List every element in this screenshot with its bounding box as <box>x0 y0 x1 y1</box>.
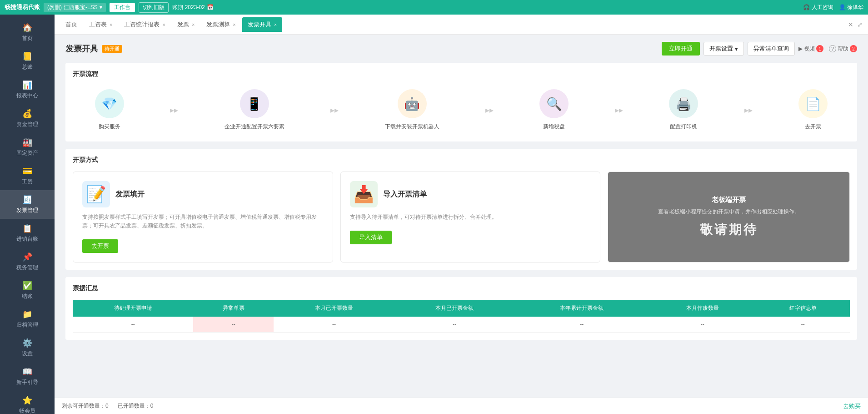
funds-icon: 💰 <box>22 109 32 119</box>
period-value: 2023-02 <box>185 4 205 10</box>
sidebar-item-invoice[interactable]: 🧾 发票管理 <box>0 190 55 219</box>
summary-section: 票据汇总 待处理开票申请 异常单票 本月已开票数量 本月已开票金额 本年累计开票… <box>65 277 857 340</box>
summary-section-title: 票据汇总 <box>73 284 850 293</box>
method-section: 开票方式 📝 发票填开 支持按照发票样式手工填写开发票；可开具增值税电子普通发票… <box>65 149 857 270</box>
sidebar-item-purchase[interactable]: 📋 进销台账 <box>0 219 55 247</box>
tax-icon: 📌 <box>22 252 32 262</box>
page-content: 发票开具 待开通 立即开通 开票设置 ▾ 异常清单查询 ▶ 视频 1 <box>55 35 868 398</box>
sidebar-item-funds[interactable]: 💰 资金管理 <box>0 104 55 133</box>
flow-step-add-tax[interactable]: 🔍 新增税盘 <box>539 89 569 131</box>
old-client-overlay: 老板端开票 查看老板端小程序提交的开票申请，并作出相应处理操作。 敬请期待 <box>608 172 849 262</box>
payroll-icon: 💳 <box>22 166 32 176</box>
sidebar-item-newbie[interactable]: 📖 新手引导 <box>0 362 55 391</box>
opened-text: 已开通数量：0 <box>118 402 154 410</box>
sidebar-label-home: 首页 <box>22 35 33 42</box>
tab-salary-report-label: 工资统计报表 <box>124 20 160 29</box>
flow-step-enterprise[interactable]: 📱 企业开通配置开票六要素 <box>224 89 284 131</box>
sidebar-item-reports[interactable]: 📊 报表中心 <box>0 76 55 104</box>
printer-icon: 🖨️ <box>669 89 698 118</box>
sidebar-label-assets: 固定资产 <box>16 149 38 157</box>
sidebar-item-payroll[interactable]: 💳 工资 <box>0 162 55 190</box>
period-selector[interactable]: 账期 2023-02 📅 <box>172 4 214 11</box>
tab-invoice-issue[interactable]: 发票开具 × <box>242 17 282 32</box>
remaining-text: 剩余可开通数量：0 <box>62 402 109 410</box>
tab-invoice-issue-label: 发票开具 <box>248 20 271 29</box>
old-version-button[interactable]: 切到旧版 <box>139 2 169 13</box>
go-buy-button[interactable]: 去购买 <box>843 402 861 410</box>
flow-step-buy-service-label: 购买服务 <box>99 123 120 131</box>
sidebar-item-member[interactable]: ⭐ 畅会员 <box>0 391 55 414</box>
sidebar-item-assets[interactable]: 🏭 固定资产 <box>0 133 55 162</box>
company-name: 江西服宝-LSS <box>64 4 98 11</box>
company-selector[interactable]: (勿删) 江西服宝-LSS ▾ <box>44 3 106 12</box>
sidebar-label-ledger: 总账 <box>22 63 33 71</box>
flow-step-printer[interactable]: 🖨️ 配置打印机 <box>669 89 698 131</box>
open-now-button[interactable]: 立即开通 <box>662 42 700 56</box>
tab-home[interactable]: 首页 <box>60 17 83 32</box>
issue-invoice-icon: 📄 <box>798 89 828 118</box>
flow-section: 开票流程 💎 购买服务 ▸▸ 📱 企业开通配置开票六要素 ▸▸ 🤖 下载并安 <box>65 63 857 141</box>
import-list-button[interactable]: 导入清单 <box>350 231 392 244</box>
page-title-area: 发票开具 待开通 <box>65 43 122 54</box>
tab-salary-report[interactable]: 工资统计报表 × <box>119 17 170 32</box>
open-settings-button[interactable]: 开票设置 ▾ <box>703 42 744 56</box>
close-all-icon[interactable]: ✕ <box>848 21 853 28</box>
tab-salary-report-close[interactable]: × <box>162 22 165 27</box>
tab-salary-close[interactable]: × <box>110 22 112 27</box>
calendar-icon: 📅 <box>207 4 214 10</box>
tab-invoice-issue-close[interactable]: × <box>274 22 277 27</box>
maximize-icon[interactable]: ⤢ <box>857 21 863 28</box>
app-logo: 畅捷通易代账 <box>5 3 40 11</box>
cell-month-amount: -- <box>394 317 515 333</box>
tab-invoice-list[interactable]: 发票 × <box>172 17 200 32</box>
help-link[interactable]: ? 帮助 2 <box>829 45 857 53</box>
tab-invoice-list-close[interactable]: × <box>192 22 195 27</box>
tab-home-label: 首页 <box>65 20 77 29</box>
question-icon: ? <box>829 45 836 52</box>
app-layout: 🏠 首页 📒 总账 📊 报表中心 💰 资金管理 🏭 固定资产 💳 工资 🧾 发票… <box>0 15 868 414</box>
tab-invoice-calc-close[interactable]: × <box>233 22 235 27</box>
sidebar-item-ledger[interactable]: 📒 总账 <box>0 47 55 76</box>
flow-steps: 💎 购买服务 ▸▸ 📱 企业开通配置开票六要素 ▸▸ 🤖 下载并安装开票机器人 … <box>73 86 850 134</box>
user-avatar[interactable]: 👤 徐泽华 <box>839 4 863 11</box>
support-link[interactable]: 🎧 人工咨询 <box>803 4 833 11</box>
go-issue-button[interactable]: 去开票 <box>82 239 118 253</box>
flow-step-issue[interactable]: 📄 去开票 <box>798 89 828 131</box>
tab-salary[interactable]: 工资表 × <box>84 17 118 32</box>
sidebar-item-home[interactable]: 🏠 首页 <box>0 18 55 47</box>
reports-icon: 📊 <box>22 80 32 90</box>
buy-service-icon: 💎 <box>95 89 124 118</box>
cell-void-count: -- <box>649 317 756 333</box>
video-help[interactable]: ▶ 视频 1 <box>798 45 823 53</box>
flow-step-download[interactable]: 🤖 下载并安装开票机器人 <box>385 89 439 131</box>
tab-invoice-calc[interactable]: 发票测算 × <box>201 17 241 32</box>
tab-salary-label: 工资表 <box>89 20 107 29</box>
avatar-icon: 👤 <box>839 4 846 10</box>
sidebar-item-archive[interactable]: 📁 归档管理 <box>0 305 55 333</box>
sidebar-label-tax: 税务管理 <box>16 264 38 272</box>
cell-red-info: -- <box>756 317 850 333</box>
invoice-icon: 🧾 <box>22 195 32 205</box>
flow-arrow-5: ▸▸ <box>744 105 753 115</box>
headphone-icon: 🎧 <box>803 4 810 10</box>
flow-step-buy-service[interactable]: 💎 购买服务 <box>95 89 124 131</box>
sidebar-label-newbie: 新手引导 <box>16 379 38 386</box>
import-invoice-icon: 📥 <box>350 181 378 207</box>
workbench-button[interactable]: 工作台 <box>110 3 135 12</box>
fill-invoice-desc: 支持按照发票样式手工填写开发票；可开具增值税电子普通发票、增值税普通发票、增值税… <box>82 213 324 230</box>
cell-year-amount: -- <box>515 317 649 333</box>
video-count: 1 <box>816 45 823 52</box>
sidebar-item-settle[interactable]: ✅ 结账 <box>0 276 55 305</box>
sidebar-item-tax[interactable]: 📌 税务管理 <box>0 247 55 276</box>
col-red-info: 红字信息单 <box>756 300 850 317</box>
summary-table-header: 待处理开票申请 异常单票 本月已开票数量 本月已开票金额 本年累计开票金额 本月… <box>73 300 850 317</box>
page-actions: 立即开通 开票设置 ▾ 异常清单查询 ▶ 视频 1 ? <box>662 42 857 56</box>
method-cards: 📝 发票填开 支持按照发票样式手工填写开发票；可开具增值税电子普通发票、增值税普… <box>73 172 850 263</box>
sidebar-item-settings[interactable]: ⚙️ 设置 <box>0 333 55 362</box>
flow-arrow-2: ▸▸ <box>330 105 339 115</box>
main-content: 首页 工资表 × 工资统计报表 × 发票 × 发票测算 × 发票开具 × <box>55 15 868 414</box>
helper-bar: ▶ 视频 1 ? 帮助 2 <box>798 45 857 53</box>
abnormal-query-button[interactable]: 异常清单查询 <box>748 42 795 56</box>
sidebar-label-archive: 归档管理 <box>16 321 38 329</box>
newbie-icon: 📖 <box>22 367 32 377</box>
